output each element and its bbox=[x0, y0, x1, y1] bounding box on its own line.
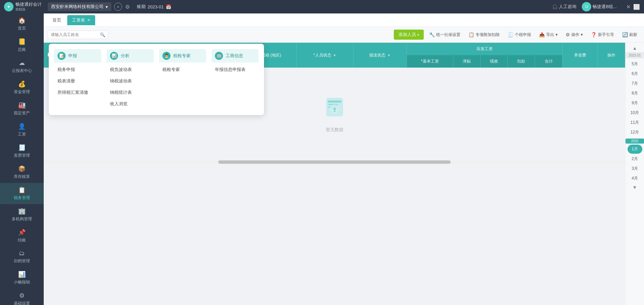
refresh-action[interactable]: 🔄 刷新 bbox=[619, 31, 640, 39]
sidebar-item-home[interactable]: 🏠首页 bbox=[0, 13, 44, 35]
category-icon-declaration: 📝 bbox=[58, 52, 66, 60]
cal-month-2025-3月[interactable]: 3月 bbox=[628, 164, 642, 173]
category-header-business-info: 🏢 工商信息 bbox=[212, 49, 259, 63]
operations-label: 操作 bbox=[571, 32, 579, 38]
cal-month-2023-5月[interactable]: 5月 bbox=[628, 60, 642, 69]
sidebar-item-payroll[interactable]: 👤工资 bbox=[0, 119, 44, 141]
sidebar-item-cloud-report[interactable]: ☁云报表中心 bbox=[0, 56, 44, 77]
cal-month-2023-8月[interactable]: 8月 bbox=[628, 89, 642, 98]
export-action[interactable]: 📤 导出 ▾ bbox=[536, 31, 560, 39]
calendar-next-button[interactable]: ▼ bbox=[631, 183, 639, 191]
close-window-button[interactable]: ✕ bbox=[626, 4, 631, 10]
calendar-prev-button[interactable]: ▲ bbox=[631, 44, 639, 52]
period-value: 2023-01 bbox=[148, 4, 164, 9]
search-input[interactable] bbox=[51, 32, 98, 37]
sidebar-item-archive[interactable]: 🗂归档管理 bbox=[0, 246, 44, 267]
tax-report-action[interactable]: 🧾 个税申报 bbox=[505, 31, 534, 39]
horizontal-scrollbar[interactable] bbox=[44, 160, 625, 164]
sidebar-label-home: 首页 bbox=[18, 26, 26, 31]
add-person-button[interactable]: 添加人员 ▾ bbox=[394, 30, 424, 40]
sidebar-item-tax[interactable]: 📋税务管理 bbox=[0, 183, 44, 204]
category-header-analysis: 📊 分析 bbox=[107, 49, 154, 63]
support-button[interactable]: 🎧 人工咨询 bbox=[552, 4, 576, 10]
deduct-action[interactable]: 📋 专项附加扣除 bbox=[466, 31, 502, 39]
cal-month-2025-1月[interactable]: 1月 bbox=[628, 145, 642, 154]
logo-text-wrap: 畅捷通好会计 旗舰版 bbox=[15, 2, 42, 12]
th-total: 合计 bbox=[535, 55, 562, 68]
window-controls: ✕ ⬜ bbox=[626, 4, 640, 10]
cal-month-2023-10月[interactable]: 10月 bbox=[628, 108, 642, 117]
sidebar-icon-basic: ⚙ bbox=[19, 292, 25, 299]
dropdown-item-income-settlement[interactable]: 所得税汇算清缴 bbox=[54, 87, 101, 98]
th-status: *人员状态 ▼ bbox=[297, 43, 353, 68]
deduct-icon: 📋 bbox=[468, 32, 474, 37]
sidebar-item-assets[interactable]: 🏭固定资产 bbox=[0, 98, 44, 119]
sidebar-item-multi-org[interactable]: 🏢多机构管理 bbox=[0, 204, 44, 225]
maximize-window-button[interactable]: ⬜ bbox=[633, 4, 640, 10]
cal-month-2025-2月[interactable]: 2月 bbox=[628, 154, 642, 163]
th-allowance: 津贴 bbox=[453, 55, 480, 68]
export-dropdown-icon: ▾ bbox=[556, 32, 558, 37]
category-icon-business-info: 🏢 bbox=[215, 52, 223, 60]
cal-month-2023-6月[interactable]: 6月 bbox=[628, 69, 642, 78]
dropdown-item-tax-inspection[interactable]: 税检专家 bbox=[159, 64, 206, 75]
sidebar-icon-assets: 🏭 bbox=[18, 102, 26, 109]
status-filter-icon[interactable]: ▼ bbox=[333, 53, 336, 57]
sidebar-label-inventory: 库存核算 bbox=[14, 174, 30, 180]
cal-month-2023-11月[interactable]: 11月 bbox=[628, 118, 642, 127]
support-icon: 🎧 bbox=[552, 4, 558, 9]
report-status-filter-icon[interactable]: ▼ bbox=[387, 53, 390, 57]
social-insurance-action[interactable]: 🔧 统一社保设置 bbox=[426, 31, 463, 39]
cal-month-2023-7月[interactable]: 7月 bbox=[628, 79, 642, 88]
user-avatar: U bbox=[582, 2, 591, 11]
add-person-label: 添加人员 bbox=[399, 32, 416, 38]
th-salary-group: 应发工资 bbox=[407, 43, 562, 55]
sidebar-item-basic[interactable]: ⚙基础设置 bbox=[0, 289, 44, 305]
dropdown-item-tax-burden[interactable]: 税负波动表 bbox=[107, 64, 154, 75]
tab-home[interactable]: 首页 bbox=[48, 15, 66, 25]
scrollbar-thumb[interactable] bbox=[218, 160, 451, 164]
cal-month-2023-9月[interactable]: 9月 bbox=[628, 99, 642, 108]
calendar-icon[interactable]: 📅 bbox=[166, 4, 171, 9]
tax-report-icon: 🧾 bbox=[508, 32, 514, 37]
dropdown-item-annual-report[interactable]: 年报信息申报表 bbox=[212, 64, 259, 75]
tab-payroll-table[interactable]: 工资表✕ bbox=[67, 15, 95, 25]
sidebar-item-invoice[interactable]: 🧾发票管理 bbox=[0, 141, 44, 162]
sidebar-item-xiaochang[interactable]: 📊小畅报销 bbox=[0, 267, 44, 289]
category-header-tax-expert: 👨‍💼 税检专家 bbox=[159, 49, 206, 63]
support-label: 人工咨询 bbox=[559, 4, 576, 10]
logo-icon: ✦ bbox=[4, 2, 13, 11]
social-insurance-label: 统一社保设置 bbox=[436, 32, 460, 38]
tab-close-payroll-table[interactable]: ✕ bbox=[87, 18, 90, 23]
operations-icon: ⚙ bbox=[566, 32, 570, 37]
tax-dropdown-menu: 📝 申报 税务申报税表清册所得税汇算清缴 📊 分析 税负波动表纳税波动表纳税统计… bbox=[49, 44, 264, 115]
th-performance: 绩效 bbox=[480, 55, 507, 68]
export-label: 导出 bbox=[546, 32, 554, 38]
company-dropdown-icon: ▾ bbox=[106, 4, 108, 9]
dropdown-item-tax-stats[interactable]: 纳税统计表 bbox=[107, 87, 154, 98]
cal-month-2025-4月[interactable]: 4月 bbox=[628, 174, 642, 183]
dropdown-item-tax-payment[interactable]: 纳税波动表 bbox=[107, 75, 154, 87]
settings-button[interactable]: ⚙ bbox=[123, 3, 131, 11]
add-company-button[interactable]: + bbox=[114, 3, 122, 11]
calendar-year-label: 2023.01 bbox=[626, 52, 644, 59]
sidebar-item-funds[interactable]: 💰资金管理 bbox=[0, 77, 44, 98]
sidebar-item-inventory[interactable]: 📦库存核算 bbox=[0, 162, 44, 183]
category-title-business-info: 工商信息 bbox=[226, 53, 243, 59]
sidebar-icon-home: 🏠 bbox=[18, 17, 26, 24]
dropdown-item-income-browse[interactable]: 收入浏览 bbox=[107, 98, 154, 110]
cal-month-2023-12月[interactable]: 12月 bbox=[628, 128, 642, 137]
sidebar-icon-ledger: 📒 bbox=[18, 38, 26, 45]
calendar-year-badge-2025: 2025 bbox=[626, 139, 644, 144]
guide-action[interactable]: ❓ 新手引导 bbox=[588, 31, 617, 39]
dropdown-item-tax-table[interactable]: 税表清册 bbox=[54, 75, 101, 87]
sidebar-item-close[interactable]: 📌结账 bbox=[0, 225, 44, 246]
operations-action[interactable]: ⚙ 操作 ▾ bbox=[563, 31, 585, 39]
svg-rect-5 bbox=[334, 108, 336, 110]
company-selector[interactable]: 西安虾米网络科技有限公司 ▾ bbox=[48, 2, 111, 11]
user-menu[interactable]: U 畅捷通B组... bbox=[582, 2, 617, 11]
sidebar-item-ledger[interactable]: 📒总账 bbox=[0, 35, 44, 56]
user-label: 畅捷通B组... bbox=[593, 4, 617, 10]
category-title-analysis: 分析 bbox=[121, 53, 129, 59]
dropdown-item-tax-filing[interactable]: 税务申报 bbox=[54, 64, 101, 75]
